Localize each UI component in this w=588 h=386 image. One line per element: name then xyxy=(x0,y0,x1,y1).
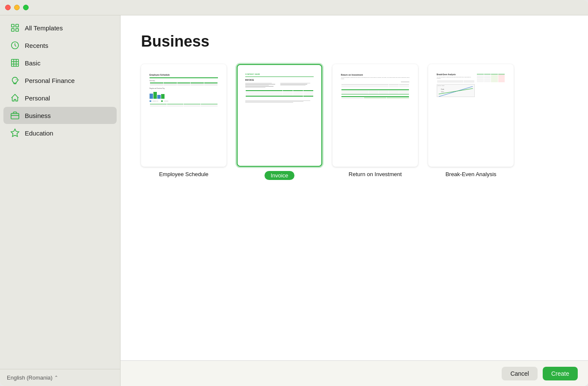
sidebar-label-all-templates: All Templates xyxy=(25,24,63,32)
sidebar-item-basic[interactable]: Basic xyxy=(3,54,117,71)
thumbnail-content-break-even: Break-Even Analysis Use this template to… xyxy=(433,70,509,161)
template-label-wrapper-roi: Return on Investment xyxy=(332,171,418,177)
template-thumbnail-roi[interactable]: Return on Investment Use this template t… xyxy=(332,64,418,167)
template-label-employee-schedule: Employee Schedule xyxy=(159,171,209,177)
grid-icon xyxy=(10,23,20,32)
templates-grid: Employee Schedule Summary xyxy=(141,64,567,180)
sidebar-footer[interactable]: English (Romania) ⌃ xyxy=(0,369,120,386)
template-thumbnail-invoice[interactable]: COMPANY NAME INVOICE xyxy=(237,64,322,167)
close-button[interactable] xyxy=(5,5,11,10)
sidebar-item-business[interactable]: Business xyxy=(3,107,117,124)
language-selector[interactable]: English (Romania) xyxy=(7,374,53,381)
content-inner: Business Employee Schedule Summary xyxy=(121,15,588,360)
content-area: Business Employee Schedule Summary xyxy=(121,15,588,386)
template-selected-badge-invoice: Invoice xyxy=(265,171,294,180)
diamond-icon xyxy=(10,128,20,138)
window: All Templates Recents xyxy=(0,0,588,386)
sidebar-item-personal-finance[interactable]: Personal Finance xyxy=(3,72,117,89)
cancel-button[interactable]: Cancel xyxy=(502,367,538,380)
sidebar-items: All Templates Recents xyxy=(0,15,120,369)
thumbnail-content-invoice: COMPANY NAME INVOICE xyxy=(242,70,317,161)
sidebar-label-personal-finance: Personal Finance xyxy=(25,77,75,84)
sidebar-label-recents: Recents xyxy=(25,42,48,49)
svg-rect-5 xyxy=(12,59,19,67)
piggybank-icon xyxy=(10,76,20,85)
maximize-button[interactable] xyxy=(23,5,29,10)
minimize-button[interactable] xyxy=(14,5,20,10)
sidebar-label-personal: Personal xyxy=(25,94,50,102)
svg-rect-0 xyxy=(12,24,14,27)
svg-point-10 xyxy=(16,79,17,80)
svg-rect-3 xyxy=(16,29,18,31)
table-icon xyxy=(10,58,20,68)
template-item-invoice[interactable]: COMPANY NAME INVOICE xyxy=(237,64,322,180)
main-layout: All Templates Recents xyxy=(0,15,588,386)
template-thumbnail-employee-schedule[interactable]: Employee Schedule Summary xyxy=(141,64,226,167)
thumbnail-content-roi: Return on Investment Use this template t… xyxy=(338,70,413,161)
template-item-break-even[interactable]: Break-Even Analysis Use this template to… xyxy=(428,64,514,180)
sidebar-label-business: Business xyxy=(25,112,51,119)
template-item-roi[interactable]: Return on Investment Use this template t… xyxy=(332,64,418,180)
traffic-lights xyxy=(5,5,29,10)
thumbnail-content: Employee Schedule Summary xyxy=(146,70,221,161)
clock-icon xyxy=(10,41,20,50)
sidebar-label-education: Education xyxy=(25,130,53,137)
svg-rect-1 xyxy=(16,24,18,27)
template-label-wrapper-break-even: Break-Even Analysis xyxy=(428,171,514,177)
svg-rect-11 xyxy=(11,113,19,119)
page-title: Business xyxy=(141,32,567,50)
footer-bar: Cancel Create xyxy=(121,360,588,386)
sidebar: All Templates Recents xyxy=(0,15,121,386)
briefcase-icon xyxy=(10,111,20,120)
sidebar-item-recents[interactable]: Recents xyxy=(3,37,117,54)
sidebar-item-all-templates[interactable]: All Templates xyxy=(3,19,117,36)
sidebar-label-basic: Basic xyxy=(25,59,41,67)
sidebar-item-personal[interactable]: Personal xyxy=(3,89,117,106)
home-icon xyxy=(10,93,20,103)
svg-text:Sales: Sales xyxy=(441,91,444,93)
create-button[interactable]: Create xyxy=(543,367,578,380)
template-label-wrapper-employee-schedule: Employee Schedule xyxy=(141,171,226,177)
sidebar-item-education[interactable]: Education xyxy=(3,124,117,141)
chevron-icon: ⌃ xyxy=(54,375,58,380)
titlebar xyxy=(0,0,588,15)
template-label-break-even: Break-Even Analysis xyxy=(445,171,496,177)
template-label-wrapper-invoice: Invoice xyxy=(237,171,322,180)
svg-text:Costs: Costs xyxy=(441,88,444,90)
template-thumbnail-break-even[interactable]: Break-Even Analysis Use this template to… xyxy=(428,64,514,167)
svg-rect-2 xyxy=(12,29,14,31)
template-item-employee-schedule[interactable]: Employee Schedule Summary xyxy=(141,64,226,180)
template-label-roi: Return on Investment xyxy=(349,171,402,177)
